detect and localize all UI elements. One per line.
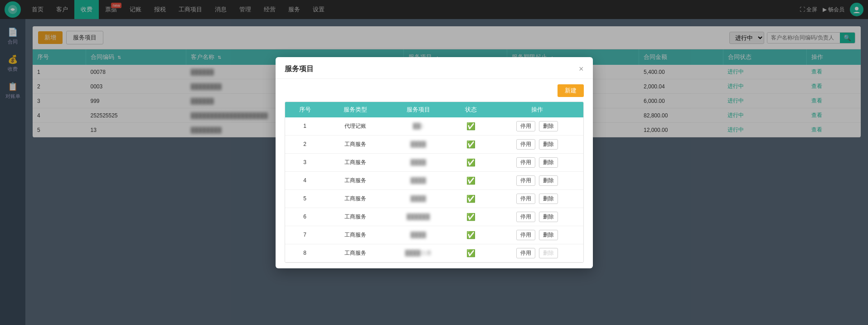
status-check-icon: ✅ — [466, 249, 475, 257]
stop-button[interactable]: 停用 — [516, 121, 535, 131]
stop-button[interactable]: 停用 — [516, 194, 535, 204]
modal-cell-action: 停用 删除 — [491, 226, 583, 244]
modal-cell-item: ████ — [386, 135, 451, 153]
modal-cell-status: ✅ — [451, 117, 491, 136]
modal-cell-type: 工商服务 — [325, 226, 386, 244]
modal-cell-status: ✅ — [451, 135, 491, 153]
stop-button[interactable]: 停用 — [516, 157, 535, 168]
modal-col-item: 服务项目 — [386, 102, 451, 117]
status-check-icon: ✅ — [466, 231, 475, 239]
delete-button[interactable]: 删除 — [539, 175, 558, 186]
modal-cell-status: ✅ — [451, 171, 491, 189]
modal-cell-no: 5 — [285, 189, 325, 208]
modal-table-wrap: 序号 服务类型 服务项目 状态 操作 1 代理记账 ██1 ✅ 停用 删除 — [285, 102, 584, 263]
modal-table-row: 3 工商服务 ████ ✅ 停用 删除 — [285, 153, 583, 171]
modal-table-row: 2 工商服务 ████ ✅ 停用 删除 — [285, 135, 583, 153]
stop-button[interactable]: 停用 — [516, 175, 535, 186]
modal-cell-item: ████ — [386, 189, 451, 208]
modal-table-row: 6 工商服务 ██████ ✅ 停用 删除 — [285, 208, 583, 226]
service-modal: 服务项目 × 新建 序号 服务类型 服务项目 状态 操作 — [276, 57, 593, 268]
modal-toolbar: 新建 — [285, 84, 584, 97]
modal-cell-status: ✅ — [451, 226, 491, 244]
modal-cell-no: 2 — [285, 135, 325, 153]
modal-cell-no: 3 — [285, 153, 325, 171]
status-check-icon: ✅ — [466, 141, 475, 148]
modal-cell-type: 工商服务 — [325, 135, 386, 153]
modal-close-button[interactable]: × — [579, 64, 584, 74]
stop-button[interactable]: 停用 — [516, 230, 535, 240]
modal-col-no: 序号 — [285, 102, 325, 117]
modal-cell-item: ██████ — [386, 208, 451, 226]
status-check-icon: ✅ — [466, 195, 475, 203]
modal-cell-action: 停用 删除 — [491, 244, 583, 262]
modal-table-row: 8 工商服务 ████注册 ✅ 停用 删除 — [285, 244, 583, 262]
modal-cell-type: 工商服务 — [325, 244, 386, 262]
delete-button[interactable]: 删除 — [539, 230, 558, 240]
modal-cell-status: ✅ — [451, 153, 491, 171]
modal-cell-status: ✅ — [451, 208, 491, 226]
status-check-icon: ✅ — [466, 159, 475, 166]
modal-cell-no: 8 — [285, 244, 325, 262]
modal-cell-action: 停用 删除 — [491, 117, 583, 136]
modal-cell-no: 1 — [285, 117, 325, 136]
delete-button[interactable]: 删除 — [539, 139, 558, 150]
modal-header: 服务项目 × — [276, 57, 593, 79]
modal-cell-action: 停用 删除 — [491, 208, 583, 226]
status-check-icon: ✅ — [466, 213, 475, 221]
modal-col-action: 操作 — [491, 102, 583, 117]
modal-cell-type: 代理记账 — [325, 117, 386, 136]
modal-cell-no: 6 — [285, 208, 325, 226]
modal-cell-action: 停用 删除 — [491, 189, 583, 208]
modal-cell-action: 停用 删除 — [491, 171, 583, 189]
modal-table-row: 4 工商服务 ████ ✅ 停用 删除 — [285, 171, 583, 189]
modal-body: 新建 序号 服务类型 服务项目 状态 操作 1 代理记账 █ — [276, 79, 593, 268]
modal-cell-no: 7 — [285, 226, 325, 244]
modal-cell-action: 停用 删除 — [491, 135, 583, 153]
stop-button[interactable]: 停用 — [516, 139, 535, 150]
delete-button[interactable]: 删除 — [539, 157, 558, 168]
modal-cell-item: ████ — [386, 226, 451, 244]
modal-cell-type: 工商服务 — [325, 208, 386, 226]
delete-button[interactable]: 删除 — [539, 121, 558, 131]
modal-cell-no: 4 — [285, 171, 325, 189]
modal-cell-type: 工商服务 — [325, 153, 386, 171]
modal-new-button[interactable]: 新建 — [558, 84, 584, 97]
modal-cell-status: ✅ — [451, 189, 491, 208]
modal-cell-status: ✅ — [451, 244, 491, 262]
modal-cell-type: 工商服务 — [325, 171, 386, 189]
modal-table-row: 7 工商服务 ████ ✅ 停用 删除 — [285, 226, 583, 244]
stop-button[interactable]: 停用 — [516, 212, 535, 222]
modal-cell-item: ██1 — [386, 117, 451, 136]
delete-button[interactable]: 删除 — [539, 212, 558, 222]
modal-table-row: 1 代理记账 ██1 ✅ 停用 删除 — [285, 117, 583, 136]
delete-button[interactable]: 删除 — [539, 194, 558, 204]
modal-cell-action: 停用 删除 — [491, 153, 583, 171]
modal-table: 序号 服务类型 服务项目 状态 操作 1 代理记账 ██1 ✅ 停用 删除 — [285, 102, 583, 262]
modal-overlay[interactable]: 服务项目 × 新建 序号 服务类型 服务项目 状态 操作 — [0, 0, 868, 325]
status-check-icon: ✅ — [466, 122, 475, 130]
status-check-icon: ✅ — [466, 177, 475, 184]
modal-table-row: 5 工商服务 ████ ✅ 停用 删除 — [285, 189, 583, 208]
modal-title: 服务项目 — [285, 64, 314, 74]
delete-button: 删除 — [539, 248, 558, 258]
modal-cell-item: ████注册 — [386, 244, 451, 262]
modal-cell-item: ████ — [386, 171, 451, 189]
stop-button[interactable]: 停用 — [516, 248, 535, 258]
modal-cell-item: ████ — [386, 153, 451, 171]
modal-cell-type: 工商服务 — [325, 189, 386, 208]
modal-col-type: 服务类型 — [325, 102, 386, 117]
modal-col-status: 状态 — [451, 102, 491, 117]
